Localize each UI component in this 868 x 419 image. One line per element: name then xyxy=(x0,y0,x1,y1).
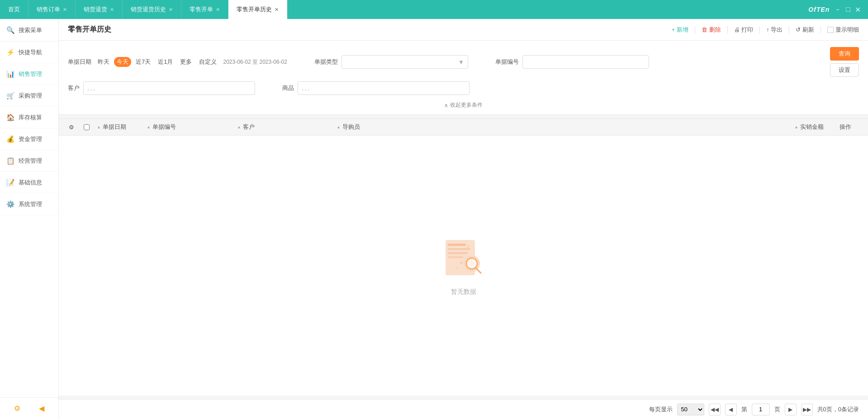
pagination-bar: 每页显示 50 100 200 ◀◀ ◀ 第 页 ▶ ▶▶ 共0页，0条记录 xyxy=(59,399,868,419)
next-page-button[interactable]: ▶ xyxy=(785,404,797,415)
per-page-select[interactable]: 50 100 200 xyxy=(677,404,704,415)
svg-point-9 xyxy=(460,261,463,264)
date-btn-custom[interactable]: 自定义 xyxy=(196,57,219,67)
tab-close-icon[interactable]: ✕ xyxy=(216,7,220,13)
th-order-no[interactable]: ▲ 单据编号 xyxy=(143,123,233,131)
date-btn-more[interactable]: 更多 xyxy=(177,57,194,67)
tab-sales-return-history[interactable]: 销货退货历史 ✕ xyxy=(123,0,181,19)
select-all-checkbox[interactable] xyxy=(84,124,90,130)
sort-up-icon: ▲ xyxy=(147,125,151,129)
tab-sales-order[interactable]: 销售订单 ✕ xyxy=(28,0,76,19)
th-settings[interactable]: ⚙ xyxy=(63,124,80,131)
collapse-label: 收起更多条件 xyxy=(450,101,483,109)
divider xyxy=(789,26,789,33)
goods-input[interactable]: ... xyxy=(298,81,470,95)
query-buttons: 查询 设置 xyxy=(830,47,859,77)
tab-sales-return[interactable]: 销货退货 ✕ xyxy=(76,0,123,19)
sidebar-item-quick-nav[interactable]: ⚡ 快捷导航 xyxy=(0,42,58,63)
top-bar: 首页 销售订单 ✕ 销货退货 ✕ 销货退货历史 ✕ 零售开单 ✕ 零售开单历史 … xyxy=(0,0,868,19)
filter-customer: 客户 ... xyxy=(68,81,255,95)
filter-area: 单据日期 昨天 今天 近7天 近1月 更多 自定义 2023-06-02 至 2… xyxy=(59,41,868,115)
refresh-button[interactable]: ↺ 刷新 xyxy=(796,26,814,34)
settings-gear-icon[interactable]: ⚙ xyxy=(14,404,20,413)
sidebar-item-inventory[interactable]: 🏠 库存核算 xyxy=(0,107,58,128)
customer-label: 客户 xyxy=(68,84,80,92)
query-button[interactable]: 查询 xyxy=(830,47,859,61)
sidebar-item-label: 资金管理 xyxy=(19,135,42,143)
type-select[interactable]: ▼ xyxy=(342,55,468,69)
filter-goods: 商品 ... xyxy=(282,81,470,95)
order-no-input[interactable] xyxy=(522,55,649,69)
sidebar-item-purchase-mgmt[interactable]: 🛒 采购管理 xyxy=(0,85,58,107)
filter-type: 单据类型 ▼ xyxy=(314,55,468,69)
date-btn-today[interactable]: 今天 xyxy=(114,57,131,67)
th-amount[interactable]: ▲ 实销金额 xyxy=(773,123,827,131)
sidebar-item-label: 采购管理 xyxy=(19,92,42,100)
sidebar-search-label: 搜索采单 xyxy=(19,26,42,34)
sidebar-item-sys-mgmt[interactable]: ⚙️ 系统管理 xyxy=(0,193,58,215)
display-detail-toggle[interactable]: 显示明细 xyxy=(827,26,859,34)
filter-collapse-toggle[interactable]: ∧ 收起更多条件 xyxy=(68,99,859,111)
sidebar-item-sales-mgmt[interactable]: 📊 销售管理 xyxy=(0,63,58,85)
page-header: 零售开单历史 + 新增 🗑 删除 🖨 打印 ↑ 导出 ↺ 刷新 显示明细 xyxy=(59,19,868,41)
th-salesperson[interactable]: ▲ 导购员 xyxy=(333,123,387,131)
operations-icon: 📋 xyxy=(6,157,15,165)
date-btn-7days[interactable]: 近7天 xyxy=(133,57,153,67)
settings-icon: ⚙ xyxy=(69,124,74,131)
maximize-icon[interactable]: □ xyxy=(846,5,850,14)
th-customer[interactable]: ▲ 客户 xyxy=(233,123,333,131)
tab-retail-open[interactable]: 零售开单 ✕ xyxy=(181,0,228,19)
order-no-label: 单据编号 xyxy=(495,58,519,66)
add-button[interactable]: + 新增 xyxy=(672,26,688,34)
svg-point-11 xyxy=(467,245,469,248)
sidebar: 🔍 搜索采单 ⚡ 快捷导航 📊 销售管理 🛒 采购管理 🏠 库存核算 💰 资金管… xyxy=(0,19,59,419)
svg-rect-4 xyxy=(448,256,464,258)
tab-retail-open-history[interactable]: 零售开单历史 ✕ xyxy=(228,0,287,19)
divider xyxy=(695,26,695,33)
tab-home[interactable]: 首页 xyxy=(0,0,28,19)
prev-page-button[interactable]: ◀ xyxy=(725,404,737,415)
export-button[interactable]: ↑ 导出 xyxy=(766,26,783,34)
sidebar-search[interactable]: 🔍 搜索采单 xyxy=(0,19,58,42)
display-checkbox[interactable] xyxy=(827,27,834,33)
total-label: 共0页，0条记录 xyxy=(817,405,859,414)
tab-close-icon[interactable]: ✕ xyxy=(169,7,173,13)
sidebar-item-label: 库存核算 xyxy=(19,113,42,122)
page-title: 零售开单历史 xyxy=(68,25,672,34)
th-date[interactable]: ▲ 单据日期 xyxy=(93,123,143,131)
empty-state: 暂无数据 xyxy=(59,136,868,395)
minimize-icon[interactable]: － xyxy=(834,5,841,14)
empty-illustration xyxy=(436,235,491,281)
page-label: 第 xyxy=(741,405,747,414)
purchase-mgmt-icon: 🛒 xyxy=(6,92,15,100)
date-btn-yesterday[interactable]: 昨天 xyxy=(95,57,112,67)
goods-placeholder: ... xyxy=(302,84,310,92)
table-container: ⚙ ▲ 单据日期 ▲ 单据编号 ▲ 客户 ▲ xyxy=(59,118,868,395)
window-close-icon[interactable]: ✕ xyxy=(855,5,861,14)
customer-input[interactable]: ... xyxy=(83,81,255,95)
filter-order-no: 单据编号 xyxy=(495,55,649,69)
tab-close-icon[interactable]: ✕ xyxy=(63,7,67,13)
last-page-button[interactable]: ▶▶ xyxy=(801,404,813,415)
svg-point-10 xyxy=(456,267,458,269)
delete-button[interactable]: 🗑 删除 xyxy=(702,26,721,34)
divider xyxy=(759,26,760,33)
sidebar-item-operations[interactable]: 📋 经营管理 xyxy=(0,150,58,172)
next-page-icon: ▶ xyxy=(788,406,792,413)
tab-close-icon[interactable]: ✕ xyxy=(110,7,114,13)
tab-close-icon[interactable]: ✕ xyxy=(275,7,279,13)
print-button[interactable]: 🖨 打印 xyxy=(734,26,754,34)
th-checkbox[interactable] xyxy=(80,124,93,130)
last-page-icon: ▶▶ xyxy=(803,406,811,413)
sidebar-item-base-info[interactable]: 📝 基础信息 xyxy=(0,172,58,193)
first-page-button[interactable]: ◀◀ xyxy=(709,404,721,415)
table-header: ⚙ ▲ 单据日期 ▲ 单据编号 ▲ 客户 ▲ xyxy=(59,118,868,136)
sidebar-item-finance[interactable]: 💰 资金管理 xyxy=(0,128,58,150)
per-page-label: 每页显示 xyxy=(649,405,673,414)
page-number-input[interactable] xyxy=(752,404,770,415)
page-unit: 页 xyxy=(774,405,780,414)
sidebar-collapse-icon[interactable]: ◀ xyxy=(39,404,44,413)
settings-button[interactable]: 设置 xyxy=(830,63,859,77)
prev-page-icon: ◀ xyxy=(729,406,733,413)
date-btn-1month[interactable]: 近1月 xyxy=(155,57,175,67)
